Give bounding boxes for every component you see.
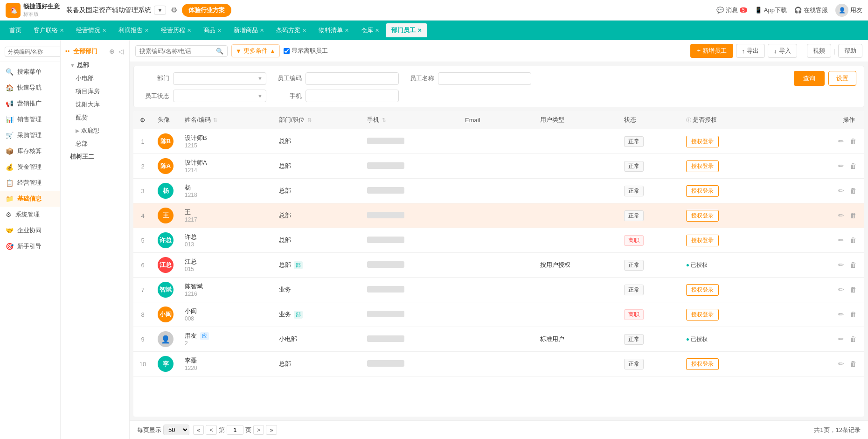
auth-btn[interactable]: 授权登录: [686, 284, 719, 296]
prev-page-btn[interactable]: <: [206, 425, 217, 435]
tree-item-▶ 双鹿想[interactable]: ▶ 双鹿想: [61, 124, 129, 137]
sidebar-search-input[interactable]: [5, 47, 61, 57]
sidebar-item-经营管理[interactable]: 📋经营管理: [0, 175, 60, 191]
edit-btn[interactable]: ✏: [836, 186, 846, 196]
nav-close-icon[interactable]: ✕: [145, 28, 149, 34]
filter-emp-status-select[interactable]: [173, 90, 266, 102]
auth-btn[interactable]: 授权登录: [686, 160, 719, 172]
tree-item-总部[interactable]: 总部: [61, 137, 129, 150]
user-area[interactable]: 👤 用友: [835, 4, 862, 17]
nav-item-商品[interactable]: 商品✕: [198, 23, 227, 37]
search-icon[interactable]: 🔍: [216, 48, 223, 55]
more-filter-btn[interactable]: ▼ 更多条件 ▲: [231, 44, 280, 57]
nav-item-部门员工[interactable]: 部门员工✕: [386, 23, 427, 37]
query-btn[interactable]: 查询: [794, 71, 825, 86]
import-btn[interactable]: ↓ 导入: [768, 44, 797, 58]
sidebar-item-采购管理[interactable]: 🛒采购管理: [0, 127, 60, 143]
search-input[interactable]: [139, 48, 214, 55]
edit-btn[interactable]: ✏: [836, 260, 846, 270]
nav-close-icon[interactable]: ✕: [345, 28, 349, 34]
sidebar-item-营销推广[interactable]: 📢营销推广: [0, 96, 60, 111]
nav-close-icon[interactable]: ✕: [60, 28, 64, 34]
nav-close-icon[interactable]: ✕: [260, 28, 264, 34]
app-download-btn[interactable]: 📱 App下载: [755, 6, 787, 14]
nav-item-新增商品[interactable]: 新增商品✕: [228, 23, 270, 37]
nav-close-icon[interactable]: ✕: [217, 28, 222, 34]
delete-btn[interactable]: 🗑: [848, 359, 859, 369]
delete-btn[interactable]: 🗑: [848, 309, 859, 319]
export-btn[interactable]: ↑ 导出: [736, 44, 765, 58]
sidebar-item-系统管理[interactable]: ⚙系统管理: [0, 207, 60, 223]
left-panel-add-btn[interactable]: ⊕: [108, 47, 116, 56]
col-name-header[interactable]: 姓名/编码 ⇅: [179, 111, 273, 129]
nav-item-仓库[interactable]: 仓库✕: [355, 23, 385, 37]
col-dept-header[interactable]: 部门/职位 ⇅: [273, 111, 362, 129]
reset-btn[interactable]: 设置: [828, 71, 856, 86]
nav-close-icon[interactable]: ✕: [102, 28, 106, 34]
nav-item-物料清单[interactable]: 物料清单✕: [313, 23, 354, 37]
nav-close-icon[interactable]: ✕: [187, 28, 191, 34]
delete-btn[interactable]: 🗑: [848, 186, 859, 195]
delete-btn[interactable]: 🗑: [848, 210, 859, 220]
edit-btn[interactable]: ✏: [836, 161, 846, 171]
tree-item-植树王二[interactable]: 植树王二: [61, 150, 129, 163]
sidebar-item-新手引导[interactable]: 🎯新手引导: [0, 238, 60, 254]
sidebar-item-企业协同[interactable]: 🤝企业协同: [0, 223, 60, 238]
filter-dept-select[interactable]: [173, 72, 266, 85]
auth-btn[interactable]: 授权登录: [686, 185, 719, 197]
show-departed-checkbox[interactable]: 显示离职员工: [284, 47, 328, 55]
auth-btn[interactable]: 授权登录: [686, 210, 719, 222]
edit-btn[interactable]: ✏: [836, 309, 846, 320]
edit-btn[interactable]: ✏: [836, 235, 846, 245]
nav-close-icon[interactable]: ✕: [302, 28, 306, 34]
system-dropdown-btn[interactable]: ▼: [154, 6, 166, 15]
tree-item-沈阳大库[interactable]: 沈阳大库: [61, 98, 129, 111]
nav-close-icon[interactable]: ✕: [375, 28, 379, 34]
tree-item-配货[interactable]: 配货: [61, 111, 129, 124]
add-employee-btn[interactable]: + 新增员工: [690, 44, 733, 58]
help-btn[interactable]: 帮助: [838, 44, 862, 58]
sidebar-item-快速导航[interactable]: 🏠快速导航: [0, 80, 60, 96]
sidebar-item-基础信息[interactable]: 📁基础信息: [0, 191, 60, 207]
per-page-select[interactable]: 10 20 50 100: [163, 425, 189, 435]
edit-btn[interactable]: ✏: [836, 210, 846, 221]
sidebar-item-库存核算[interactable]: 📦库存核算: [0, 143, 60, 159]
left-panel-collapse-btn[interactable]: ◁: [118, 47, 125, 56]
nav-item-客户联络[interactable]: 客户联络✕: [28, 23, 69, 37]
delete-btn[interactable]: 🗑: [848, 161, 859, 171]
message-btn[interactable]: 💬 消息 5: [716, 6, 747, 14]
sidebar-item-搜索菜单[interactable]: 🔍搜索菜单: [0, 64, 60, 80]
delete-btn[interactable]: 🗑: [848, 285, 859, 294]
settings-btn[interactable]: ⚙: [169, 4, 179, 16]
delete-btn[interactable]: 🗑: [848, 260, 859, 270]
next-page-btn[interactable]: >: [253, 425, 264, 435]
nav-close-icon[interactable]: ✕: [417, 28, 422, 34]
trial-btn[interactable]: 体验行业方案: [182, 4, 231, 17]
page-input[interactable]: [227, 425, 243, 435]
col-settings[interactable]: ⚙: [133, 111, 152, 129]
filter-emp-name-input[interactable]: [438, 72, 531, 85]
edit-btn[interactable]: ✏: [836, 334, 846, 344]
delete-btn[interactable]: 🗑: [848, 235, 859, 245]
nav-item-首页[interactable]: 首页: [4, 23, 27, 37]
filter-emp-code-input[interactable]: [306, 72, 399, 85]
last-page-btn[interactable]: »: [266, 425, 277, 435]
tree-item-小电部[interactable]: 小电部: [61, 72, 129, 85]
sidebar-item-销售管理[interactable]: 📊销售管理: [0, 111, 60, 127]
sidebar-item-资金管理[interactable]: 💰资金管理: [0, 159, 60, 175]
first-page-btn[interactable]: «: [193, 425, 204, 435]
edit-btn[interactable]: ✏: [836, 136, 846, 146]
col-phone-header[interactable]: 手机 ⇅: [361, 111, 459, 129]
tree-item-总部[interactable]: ▼ 总部: [61, 59, 129, 72]
auth-btn[interactable]: 授权登录: [686, 358, 719, 370]
delete-btn[interactable]: 🗑: [848, 136, 859, 146]
edit-btn[interactable]: ✏: [836, 285, 846, 295]
nav-item-利润报告[interactable]: 利润报告✕: [113, 23, 154, 37]
tree-item-项目库房[interactable]: 项目库房: [61, 85, 129, 98]
edit-btn[interactable]: ✏: [836, 359, 846, 369]
delete-btn[interactable]: 🗑: [848, 334, 859, 344]
nav-item-条码方案[interactable]: 条码方案✕: [271, 23, 312, 37]
auth-btn[interactable]: 授权登录: [686, 235, 719, 246]
video-btn[interactable]: 视频: [807, 44, 831, 58]
online-service-btn[interactable]: 🎧 在线客服: [794, 6, 828, 14]
